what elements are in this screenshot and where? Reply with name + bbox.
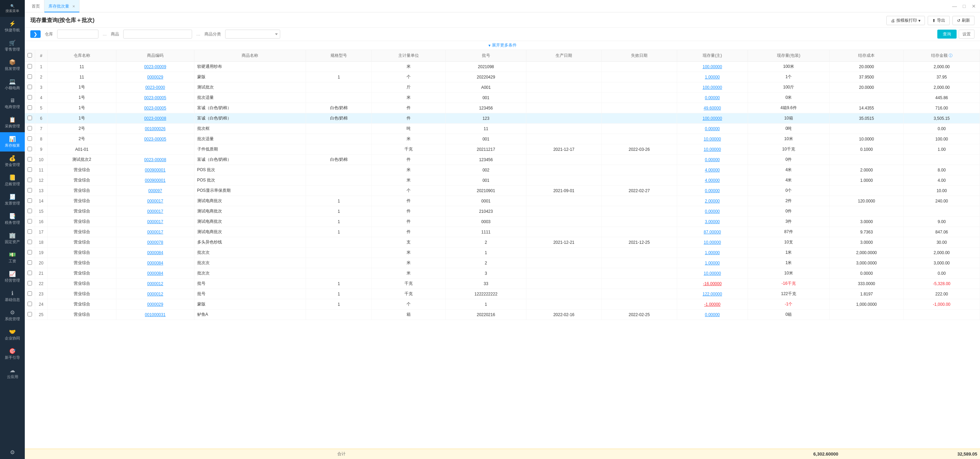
tab-home[interactable]: 首页 [27, 0, 45, 13]
row-checkbox[interactable] [27, 167, 32, 172]
product-code-link[interactable]: 0000017 [147, 199, 163, 204]
row-checkbox[interactable] [27, 136, 32, 141]
sidebar-item-cloud[interactable]: ☁ 云应用 [0, 363, 25, 383]
qty-main-link[interactable]: 0.00000 [705, 209, 720, 214]
row-checkbox[interactable] [27, 85, 32, 89]
row-checkbox[interactable] [27, 198, 32, 203]
sidebar-item-payroll[interactable]: 💵 工资 [0, 248, 25, 267]
qty-main-link[interactable]: 100.00000 [703, 64, 722, 69]
qty-main-link[interactable]: 3.00000 [705, 219, 720, 224]
select-all-checkbox[interactable] [27, 53, 32, 57]
sidebar-item-basic[interactable]: ℹ 基础信息 [0, 287, 25, 306]
product-code-link[interactable]: 000900001 [145, 168, 165, 172]
qty-main-link[interactable]: 100.00000 [703, 116, 722, 121]
sidebar-item-collab[interactable]: 🤝 企业协同 [0, 325, 25, 344]
row-checkbox[interactable] [27, 126, 32, 131]
sidebar-item-system[interactable]: ⚙ 系统管理 [0, 306, 25, 325]
row-checkbox[interactable] [27, 147, 32, 151]
product-code-link[interactable]: 001000026 [145, 126, 165, 131]
sidebar-search[interactable]: 🔍 搜索菜单 [0, 0, 25, 17]
row-checkbox[interactable] [27, 178, 32, 182]
row-checkbox[interactable] [27, 116, 32, 120]
sidebar-item-ecom[interactable]: 🖥 电商管理 [0, 94, 25, 113]
product-code-link[interactable]: 0000017 [147, 230, 163, 234]
category-select[interactable] [225, 30, 280, 38]
search-btn[interactable]: 查询 [937, 30, 956, 38]
product-code-link[interactable]: 0023-00005 [144, 106, 166, 110]
qty-main-link[interactable]: 0.00000 [705, 126, 720, 131]
sidebar-settings-btn[interactable]: ⚙ [0, 446, 25, 459]
sidebar-item-purchase[interactable]: 📋 采购管理 [0, 113, 25, 132]
total-cost-info-icon[interactable]: ⓘ [949, 53, 953, 57]
qty-main-link[interactable]: 2.00000 [705, 199, 720, 204]
product-code-link[interactable]: 0000084 [147, 271, 163, 276]
sidebar-item-tax[interactable]: 📑 税务管理 [0, 209, 25, 229]
product-code-link[interactable]: 0023-00005 [144, 137, 166, 142]
qty-main-link[interactable]: 1.00000 [705, 261, 720, 266]
qty-main-link[interactable]: 10.00000 [703, 240, 721, 245]
warehouse-input[interactable] [57, 30, 99, 38]
sidebar-item-operations[interactable]: 📈 经营管理 [0, 267, 25, 287]
settings-btn[interactable]: 设置 [959, 30, 975, 38]
qty-main-link[interactable]: 0.00000 [705, 157, 720, 162]
maximize-btn[interactable]: □ [961, 3, 967, 10]
tab-inventory-batch[interactable]: 库存批次量 ✕ [45, 0, 80, 13]
qty-main-link[interactable]: 1.00000 [705, 75, 720, 80]
product-code-link[interactable]: 0000017 [147, 209, 163, 214]
expand-more-btn[interactable]: ▾ 展开更多条件 [488, 42, 517, 48]
row-checkbox[interactable] [27, 291, 32, 296]
qty-main-link[interactable]: 0.00000 [705, 312, 720, 317]
product-code-link[interactable]: 0000017 [147, 219, 163, 224]
product-code-link[interactable]: 0000084 [147, 250, 163, 255]
qty-main-link[interactable]: 10.00000 [703, 137, 721, 142]
print-btn[interactable]: 🖨 按模板打印 ▾ [886, 16, 925, 25]
row-checkbox[interactable] [27, 74, 32, 79]
product-code-link[interactable]: 0000078 [147, 240, 163, 245]
qty-main-link[interactable]: 1.00000 [705, 250, 720, 255]
product-code-link[interactable]: 0023-00008 [144, 157, 166, 162]
product-code-link[interactable]: 0023-00009 [144, 64, 166, 69]
product-code-link[interactable]: 0023-0000 [145, 85, 165, 90]
sidebar-item-mini-ecom[interactable]: 💻 小额电商 [0, 75, 25, 94]
qty-main-link[interactable]: 10.00000 [703, 271, 721, 276]
row-checkbox[interactable] [27, 209, 32, 213]
product-code-link[interactable]: 000097 [148, 188, 162, 193]
row-checkbox[interactable] [27, 302, 32, 306]
qty-main-link[interactable]: 100.00000 [703, 85, 722, 90]
close-btn[interactable]: ✕ [970, 3, 977, 10]
row-checkbox[interactable] [27, 230, 32, 234]
row-checkbox[interactable] [27, 312, 32, 316]
row-checkbox[interactable] [27, 64, 32, 69]
product-code-link[interactable]: 0000012 [147, 292, 163, 296]
row-checkbox[interactable] [27, 219, 32, 223]
sidebar-item-newbie[interactable]: 🎯 新手引导 [0, 344, 25, 363]
row-checkbox[interactable] [27, 281, 32, 285]
product-code-link[interactable]: 0000029 [147, 302, 163, 307]
qty-main-link[interactable]: -1.00000 [704, 302, 721, 307]
table-container[interactable]: # 仓库名称 商品编码 商品名称 规格型号 主计量单位 批号 生产日期 失效日期… [25, 50, 980, 449]
sidebar-item-asset[interactable]: 💰 资金管理 [0, 151, 25, 171]
filter-expand-btn[interactable]: ❯ [30, 30, 41, 38]
qty-main-link[interactable]: -16.00000 [703, 281, 721, 286]
minimize-btn[interactable]: — [951, 3, 958, 10]
row-checkbox[interactable] [27, 95, 32, 99]
product-input[interactable] [123, 30, 192, 38]
product-code-link[interactable]: 0023-00008 [144, 116, 166, 121]
row-checkbox[interactable] [27, 240, 32, 244]
sidebar-item-fixed-asset[interactable]: 🏢 固定资产 [0, 229, 25, 248]
product-code-link[interactable]: 000900001 [145, 178, 165, 183]
qty-main-link[interactable]: 0.00000 [705, 188, 720, 193]
refresh-btn[interactable]: ↺ 刷新 [953, 16, 975, 25]
tab-close-btn[interactable]: ✕ [72, 5, 75, 8]
qty-main-link[interactable]: 4.00000 [705, 168, 720, 172]
sidebar-item-invoice[interactable]: 🧾 发票管理 [0, 190, 25, 209]
qty-main-link[interactable]: 122.00000 [703, 292, 722, 296]
row-checkbox[interactable] [27, 188, 32, 193]
qty-main-link[interactable]: 87.00000 [703, 230, 721, 234]
sidebar-item-general[interactable]: 📒 总账管理 [0, 171, 25, 190]
product-code-link[interactable]: 0000012 [147, 281, 163, 286]
qty-main-link[interactable]: 10.00000 [703, 147, 721, 152]
product-code-link[interactable]: 0023-00005 [144, 96, 166, 100]
product-code-link[interactable]: 001000031 [145, 312, 165, 317]
sidebar-item-retail[interactable]: 🛒 零售管理 [0, 36, 25, 56]
